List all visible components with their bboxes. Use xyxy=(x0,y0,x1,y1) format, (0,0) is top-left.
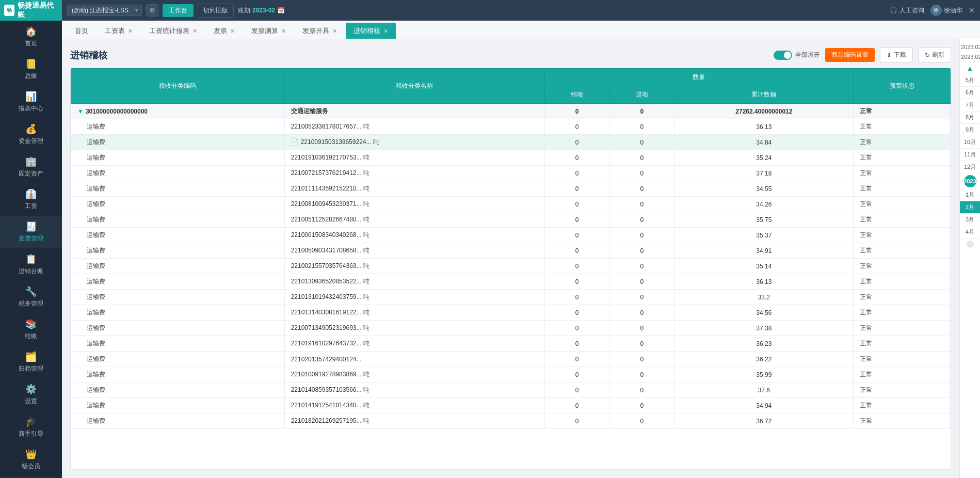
month-feb-2023[interactable]: 2月 xyxy=(960,201,980,214)
cell-status: 正常 xyxy=(854,243,951,259)
cell-status: 正常 xyxy=(854,383,951,398)
calendar-icon[interactable]: 📅 xyxy=(277,7,285,14)
tab-home[interactable]: 首页 xyxy=(67,23,96,39)
sidebar-item-settings[interactable]: ⚙️ 设置 xyxy=(0,378,62,411)
sidebar-item-label: 新手引导 xyxy=(19,429,43,438)
month-oct[interactable]: 10月 xyxy=(960,136,980,149)
sidebar-item-home[interactable]: 🏠 首页 xyxy=(0,21,62,53)
cell-cumulative: 34.94 xyxy=(674,398,854,413)
sidebar-item-tax[interactable]: 🔧 税务管理 xyxy=(0,281,62,313)
top-bar-right: 🎧 人工咨询 徐 徐涵华 ✕ xyxy=(890,5,975,16)
scroll-up-arrow[interactable]: ▲ xyxy=(965,62,976,74)
content-area: 进销稽核 全部展开 商品编码设置 ⬇ 下载 ↻ 刷新 xyxy=(62,39,980,478)
copy-icon[interactable]: ⧉ xyxy=(146,4,158,17)
download-button[interactable]: ⬇ 下载 xyxy=(880,47,913,62)
cell-sales: 0 xyxy=(544,243,609,259)
ledger-icon: 📒 xyxy=(25,58,37,70)
table-row[interactable]: 运输费 2210052338178017657... 吨 0 0 36.13 正… xyxy=(71,119,951,135)
assets-icon: 🏢 xyxy=(25,156,37,167)
cell-tax-code2: 2210141912541014340... 吨 xyxy=(284,398,544,413)
table-row[interactable]: 运输费 2210201357429400124... 0 0 36.22 正常 xyxy=(71,352,951,367)
month-aug[interactable]: 8月 xyxy=(960,111,980,124)
guide-icon: 🎓 xyxy=(25,416,37,427)
cell-code: 运输费 xyxy=(71,305,285,321)
tab-invoice-calc-close[interactable]: ✕ xyxy=(281,28,286,35)
table-row[interactable]: ▼301000000000000000 交通运输服务 0 0 27262.400… xyxy=(71,104,951,119)
window-close-button[interactable]: ✕ xyxy=(969,6,975,14)
table-row[interactable]: 运输费 2210182021269257195... 吨 0 0 36.72 正… xyxy=(71,413,951,429)
sidebar-item-ledger[interactable]: 📒 总账 xyxy=(0,53,62,86)
month-jan-2023[interactable]: 1月 xyxy=(960,189,980,201)
table-row[interactable]: 运输费 2210081009453230371... 吨 0 0 34.26 正… xyxy=(71,197,951,212)
sidebar-item-archive[interactable]: 🗂️ 归档管理 xyxy=(0,346,62,378)
month-jun[interactable]: 6月 xyxy=(960,87,980,99)
cell-cumulative: 37.6 xyxy=(674,383,854,398)
tab-invoice-calc[interactable]: 发票测算 ✕ xyxy=(244,23,294,39)
sidebar-item-reports[interactable]: 📊 报表中心 xyxy=(0,86,62,118)
commodity-settings-button[interactable]: 商品编码设置 xyxy=(825,48,875,62)
cell-sales: 0 xyxy=(544,212,609,228)
company-selector[interactable]: (勿动) 江西报宝-LSS xyxy=(67,5,142,16)
cell-cumulative: 35.14 xyxy=(674,259,854,274)
support-button[interactable]: 🎧 人工咨询 xyxy=(890,6,924,15)
salary-icon: 👔 xyxy=(25,188,37,200)
sidebar-item-sales-ledger[interactable]: 📋 进销台账 xyxy=(0,248,62,281)
month-apr-2023[interactable]: 4月 xyxy=(960,226,980,238)
table-row[interactable]: 运输费 2210051125282667480... 吨 0 0 35.75 正… xyxy=(71,212,951,228)
tab-invoice-issue[interactable]: 发票开具 ✕ xyxy=(295,23,345,39)
user-menu[interactable]: 徐 徐涵华 xyxy=(930,5,962,16)
tab-salary-report-close[interactable]: ✕ xyxy=(192,28,197,35)
month-jul[interactable]: 7月 xyxy=(960,99,980,111)
switch-version-button[interactable]: 切到旧版 xyxy=(198,4,234,18)
table-row[interactable]: 运输费 2210071349052319693... 吨 0 0 37.38 正… xyxy=(71,321,951,336)
tab-reconciliation[interactable]: 进销稽核 ✕ xyxy=(346,23,396,39)
table-row[interactable]: 运输费 2210050903431708658... 吨 0 0 34.91 正… xyxy=(71,243,951,259)
month-mar-2023[interactable]: 3月 xyxy=(960,214,980,226)
tab-reconciliation-close[interactable]: ✕ xyxy=(383,28,388,35)
tab-invoice[interactable]: 发票 ✕ xyxy=(206,23,243,39)
table-row[interactable]: 运输费 2210111143592152210... 吨 0 0 34.55 正… xyxy=(71,181,951,197)
table-row[interactable]: 运输费 2210140859357103566... 吨 0 0 37.6 正常 xyxy=(71,383,951,398)
month-sep[interactable]: 9月 xyxy=(960,124,980,136)
company-dropdown[interactable]: (勿动) 江西报宝-LSS xyxy=(67,5,142,16)
table-row[interactable]: 运输费 2210072157376219412... 吨 0 0 37.18 正… xyxy=(71,166,951,181)
cell-cumulative: 35.37 xyxy=(674,228,854,243)
month-nov[interactable]: 11月 xyxy=(960,149,980,161)
expand-toggle[interactable] xyxy=(774,51,792,60)
tab-salary-table-close[interactable]: ✕ xyxy=(128,28,133,35)
table-row[interactable]: 运输费 2210021557035764363... 吨 0 0 35.14 正… xyxy=(71,259,951,274)
month-dec[interactable]: 12月 xyxy=(960,161,980,173)
table-row[interactable]: 运输费 2210191610297643732... 吨 0 0 36.23 正… xyxy=(71,336,951,352)
sidebar-item-vip[interactable]: 👑 畅会员 xyxy=(0,443,62,476)
table-row[interactable]: 运输费 2210131403081619122... 吨 0 0 34.56 正… xyxy=(71,305,951,321)
tab-invoice-issue-close[interactable]: ✕ xyxy=(332,28,337,35)
table-row[interactable]: 运输费 2210130936520853522... 吨 0 0 36.13 正… xyxy=(71,274,951,290)
refresh-button[interactable]: ↻ 刷新 xyxy=(918,47,951,62)
refresh-icon: ↻ xyxy=(925,52,930,59)
table-row[interactable]: 运输费 📄2210091503139659224... 吨 0 0 34.84 … xyxy=(71,135,951,150)
tab-salary-table[interactable]: 工资表 ✕ xyxy=(97,23,140,39)
year-2023-badge[interactable]: 2023 xyxy=(964,175,976,187)
table-row[interactable]: 运输费 2210131019432403759... 吨 0 0 33.2 正常 xyxy=(71,290,951,305)
month-may[interactable]: 5月 xyxy=(960,74,980,87)
circle-button[interactable] xyxy=(967,241,974,248)
table-row[interactable]: 运输费 2210191036192170753... 吨 0 0 35.24 正… xyxy=(71,150,951,166)
sidebar-item-assets[interactable]: 🏢 固定资产 xyxy=(0,151,62,183)
sidebar-item-label: 报表中心 xyxy=(19,104,43,113)
tab-invoice-close[interactable]: ✕ xyxy=(230,28,235,35)
table-row[interactable]: 运输费 2210061508340340268... 吨 0 0 35.37 正… xyxy=(71,228,951,243)
table-row[interactable]: 运输费 2210100919278983869... 吨 0 0 35.99 正… xyxy=(71,367,951,383)
sidebar-item-funds[interactable]: 💰 资金管理 xyxy=(0,118,62,151)
sidebar-item-close-accounts[interactable]: 📚 结账 xyxy=(0,313,62,346)
unpin-button[interactable]: ◀◀ 取消固定 xyxy=(0,476,62,478)
cell-purchase: 0 xyxy=(609,119,674,135)
sidebar-item-salary[interactable]: 👔 工资 xyxy=(0,183,62,216)
cell-purchase: 0 xyxy=(609,290,674,305)
tab-salary-report[interactable]: 工资统计报表 ✕ xyxy=(141,23,205,39)
col-tax-name: 税收分类名称 xyxy=(284,69,544,104)
table-row[interactable]: 运输费 2210141912541014340... 吨 0 0 34.94 正… xyxy=(71,398,951,413)
sidebar-item-invoice[interactable]: 🧾 发票管理 xyxy=(0,216,62,248)
cell-status: 正常 xyxy=(854,336,951,352)
sidebar-item-guide[interactable]: 🎓 新手引导 xyxy=(0,411,62,443)
workspace-button[interactable]: 工作台 xyxy=(163,4,194,17)
